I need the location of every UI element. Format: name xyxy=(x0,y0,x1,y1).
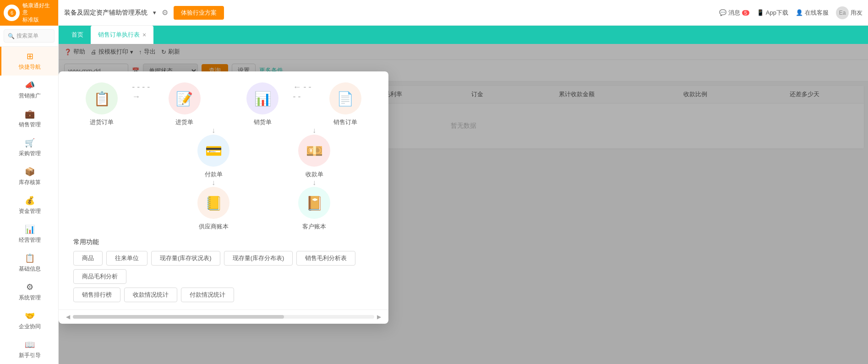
scrollbar-track[interactable] xyxy=(73,315,374,319)
flow-node-purchase-bill[interactable]: 📝 进货单 xyxy=(156,82,213,126)
payment-bill-icon: 💳 xyxy=(197,135,229,167)
func-btn-partner[interactable]: 往来单位 xyxy=(106,251,147,266)
flow-down-arrow-purchase: ↓ xyxy=(177,126,250,135)
modal-scrollbar: ◀ ▶ xyxy=(59,310,388,324)
common-func-section: 常用功能 商品 往来单位 现存量(库存状况表) 现存量(库存分布表) 销售毛利分… xyxy=(73,238,374,302)
collab-icon: 🤝 xyxy=(25,311,35,321)
flow-down-arrow-sales: ↓ xyxy=(278,126,351,135)
system-icon: ⚙ xyxy=(26,282,33,292)
sidebar-item-inventory[interactable]: 📦 库存核算 xyxy=(0,162,58,191)
func-btn-sales-ranking[interactable]: 销售排行榜 xyxy=(73,288,120,302)
settings-icon[interactable]: ⚙ xyxy=(162,8,168,17)
arrow-salesorder-to-salesbill: ← - - - - xyxy=(291,82,317,102)
sidebar-item-purchase[interactable]: 🛒 采购管理 xyxy=(0,133,58,162)
topbar: 装备及固定资产辅助管理系统 ▾ ⚙ 体验行业方案 💬 消息 5 📱 App下载 … xyxy=(59,0,868,26)
flow-down-arrow-receipt: ↓ xyxy=(278,179,351,187)
sidebar-item-system[interactable]: ⚙ 系统管理 xyxy=(0,277,58,306)
purchase-icon: 🛒 xyxy=(25,138,35,148)
guide-icon: 📖 xyxy=(25,340,35,350)
quick-nav-icon: ⊞ xyxy=(27,51,33,61)
func-btn-product[interactable]: 商品 xyxy=(73,251,103,266)
sidebar-item-quick-nav[interactable]: ⊞ 快捷导航 xyxy=(0,47,58,76)
tab-close-icon[interactable]: × xyxy=(142,31,146,38)
flow-node-sales-bill[interactable]: 📊 销货单 xyxy=(234,82,291,126)
sidebar-item-operations[interactable]: 📊 经营管理 xyxy=(0,220,58,249)
avatar: Ea xyxy=(836,6,849,19)
sales-icon: 💼 xyxy=(25,109,35,119)
scrollbar-left-arrow[interactable]: ◀ xyxy=(66,314,70,320)
customer-ledger-icon: 📔 xyxy=(298,187,330,219)
logo-icon: 6 xyxy=(4,5,20,21)
sidebar: 6 畅康通好生意 标准版 🔍 搜索菜单 ⊞ 快捷导航 📣 营销推广 💼 xyxy=(0,0,59,364)
sidebar-nav: ⊞ 快捷导航 📣 营销推广 💼 销售管理 🛒 采购管理 📦 库存核算 💰 xyxy=(0,47,58,364)
flow-node-receipt-bill[interactable]: 💴 收款单 xyxy=(278,135,351,179)
modal-topbar-close[interactable]: ✕ xyxy=(854,4,861,14)
topbar-right: 💬 消息 5 📱 App下载 👤 在线客服 Ea 用友 xyxy=(719,6,863,19)
main-content: 装备及固定资产辅助管理系统 ▾ ⚙ 体验行业方案 💬 消息 5 📱 App下载 … xyxy=(59,0,868,364)
svg-text:6: 6 xyxy=(10,10,13,16)
sidebar-item-finance[interactable]: 💰 资金管理 xyxy=(0,191,58,220)
chevron-down-icon: ▾ xyxy=(153,9,156,16)
func-btn-stock-status[interactable]: 现存量(库存状况表) xyxy=(151,251,220,266)
supplier-ledger-icon: 📒 xyxy=(197,187,229,219)
tab-sales-execution[interactable]: 销售订单执行表 × xyxy=(91,26,153,44)
sidebar-item-marketing[interactable]: 📣 营销推广 xyxy=(0,76,58,104)
func-btn-receipt-stat[interactable]: 收款情况统计 xyxy=(124,288,177,302)
func-btn-payment-stat[interactable]: 付款情况统计 xyxy=(181,288,234,302)
func-buttons-row2: 销售排行榜 收款情况统计 付款情况统计 xyxy=(73,288,374,302)
sales-order-icon: 📄 xyxy=(329,82,361,114)
quick-nav-modal: 📋 进货订单 - - - - → 📝 xyxy=(59,71,388,324)
finance-icon: 💰 xyxy=(25,196,35,206)
flow-node-sales-order[interactable]: 📄 销售订单 xyxy=(317,82,374,126)
tabbar: 首页 销售订单执行表 × ✕ xyxy=(59,26,868,44)
system-title: 装备及固定资产辅助管理系统 xyxy=(64,9,147,17)
download-icon: 📱 xyxy=(757,9,764,16)
receipt-bill-icon: 💴 xyxy=(298,135,330,167)
scrollbar-right-arrow[interactable]: ▶ xyxy=(377,314,381,320)
purchase-bill-icon: 📝 xyxy=(169,82,201,114)
arrow-purchase-to-purchasebill: - - - - → xyxy=(130,82,156,102)
flow-node-payment-bill[interactable]: 💳 付款单 xyxy=(177,135,250,179)
message-item[interactable]: 💬 消息 5 xyxy=(719,9,749,17)
app-download-item[interactable]: 📱 App下载 xyxy=(757,9,788,17)
logo-text: 畅康通好生意 标准版 xyxy=(22,2,55,24)
tab-home[interactable]: 首页 xyxy=(64,26,91,44)
sidebar-item-sales[interactable]: 💼 销售管理 xyxy=(0,104,58,133)
purchase-order-icon: 📋 xyxy=(86,82,118,114)
operations-icon: 📊 xyxy=(25,224,35,234)
inventory-icon: 📦 xyxy=(25,167,35,177)
flow-down-arrow-payment: ↓ xyxy=(177,179,250,187)
topbar-dropdown[interactable]: ▾ xyxy=(153,9,156,16)
trial-button[interactable]: 体验行业方案 xyxy=(174,6,224,20)
sidebar-logo: 6 畅康通好生意 标准版 xyxy=(0,0,58,26)
sidebar-search-area: 🔍 搜索菜单 xyxy=(0,26,58,47)
page-area: ❓ 帮助 🖨 按模板打印 ▾ ↑ 导出 ↻ 刷新 xyxy=(59,44,868,364)
online-service-item[interactable]: 👤 在线客服 xyxy=(796,9,829,17)
scrollbar-thumb xyxy=(73,315,284,319)
basic-info-icon: 📋 xyxy=(25,253,35,263)
search-icon: 🔍 xyxy=(8,33,15,39)
sidebar-item-basic-info[interactable]: 📋 基础信息 xyxy=(0,249,58,277)
message-badge: 5 xyxy=(742,10,749,16)
modal-overlay: 📋 进货订单 - - - - → 📝 xyxy=(59,44,868,364)
search-menu-button[interactable]: 🔍 搜索菜单 xyxy=(4,29,55,43)
func-btn-stock-dist[interactable]: 现存量(库存分布表) xyxy=(224,251,293,266)
sales-bill-icon: 📊 xyxy=(246,82,278,114)
sidebar-item-guide[interactable]: 📖 新手引导 xyxy=(0,335,58,364)
service-icon: 👤 xyxy=(796,9,803,16)
modal-body: 📋 进货订单 - - - - → 📝 xyxy=(59,71,388,310)
flow-node-supplier-ledger[interactable]: 📒 供应商账本 xyxy=(177,187,250,231)
func-btn-sales-profit[interactable]: 销售毛利分析表 xyxy=(296,251,355,266)
func-buttons-row1: 商品 往来单位 现存量(库存状况表) 现存量(库存分布表) 销售毛利分析表 商品… xyxy=(73,251,374,284)
flow-node-purchase-order[interactable]: 📋 进货订单 xyxy=(73,82,130,126)
flow-node-customer-ledger[interactable]: 📔 客户账本 xyxy=(278,187,351,231)
marketing-icon: 📣 xyxy=(25,80,35,90)
common-func-title: 常用功能 xyxy=(73,238,374,246)
func-btn-product-profit[interactable]: 商品毛利分析 xyxy=(73,269,126,284)
message-icon: 💬 xyxy=(719,9,726,16)
sidebar-item-collab[interactable]: 🤝 企业协同 xyxy=(0,306,58,335)
